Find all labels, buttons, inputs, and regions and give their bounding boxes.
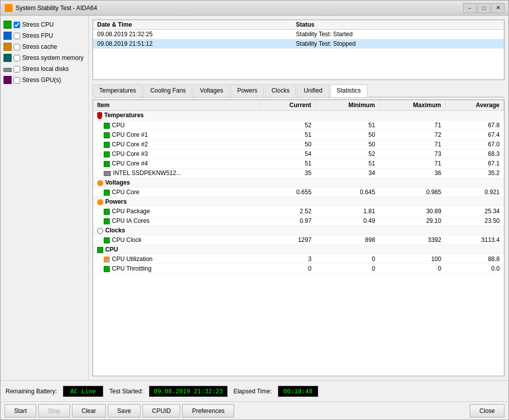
row-icon bbox=[104, 266, 110, 272]
log-status: Stability Test: Stopped bbox=[292, 39, 504, 49]
section-header-temperatures: Temperatures bbox=[93, 111, 504, 121]
log-datetime: 09.08.2019 21:51:12 bbox=[93, 39, 292, 49]
tab-powers[interactable]: Powers bbox=[231, 85, 264, 97]
stress-disk-item: Stress local disks bbox=[4, 64, 85, 74]
svg-marker-0 bbox=[6, 5, 12, 11]
row-icon bbox=[104, 209, 110, 215]
stress-fpu-checkbox[interactable] bbox=[14, 33, 20, 39]
col-minimum: Minimum bbox=[316, 100, 379, 111]
cpu-section-icon bbox=[97, 247, 103, 253]
tab-temperatures[interactable]: Temperatures bbox=[93, 85, 142, 97]
tabs-container: TemperaturesCooling FansVoltagesPowersCl… bbox=[93, 84, 504, 98]
stop-button[interactable]: Stop bbox=[38, 404, 70, 417]
tab-cooling-fans[interactable]: Cooling Fans bbox=[143, 85, 192, 97]
hdd-row-icon bbox=[104, 171, 111, 176]
row-icon bbox=[104, 218, 110, 224]
temp-section-icon bbox=[97, 112, 102, 119]
close-button[interactable]: Close bbox=[470, 404, 504, 417]
col-maximum: Maximum bbox=[379, 100, 445, 111]
data-table-container[interactable]: Item Current Minimum Maximum Average Tem… bbox=[93, 100, 504, 376]
stress-cpu-checkbox[interactable] bbox=[14, 22, 20, 28]
stress-fpu-item: Stress FPU bbox=[4, 31, 85, 41]
elapsed-label: Elapsed Time: bbox=[234, 388, 272, 395]
stress-cache-checkbox[interactable] bbox=[14, 44, 20, 50]
memory-icon bbox=[4, 54, 12, 62]
log-col-datetime: Date & Time bbox=[93, 20, 292, 30]
table-row: CPU Core #1 51 50 72 67.4 bbox=[93, 130, 504, 139]
left-panel: Stress CPU Stress FPU Stress cache Stres… bbox=[1, 16, 89, 380]
save-button[interactable]: Save bbox=[108, 404, 140, 417]
stress-fpu-label: Stress FPU bbox=[22, 32, 53, 39]
stress-disk-checkbox[interactable] bbox=[14, 66, 20, 72]
started-value: 09.08.2019 21:32:23 bbox=[149, 386, 227, 397]
col-current: Current bbox=[260, 100, 316, 111]
log-col-status: Status bbox=[292, 20, 504, 30]
table-row: CPU Core #4 51 51 71 67.1 bbox=[93, 158, 504, 168]
battery-label: Remaining Battery: bbox=[6, 388, 57, 395]
title-bar: System Stability Test - AIDA64 − □ ✕ bbox=[1, 1, 508, 16]
table-row: CPU IA Cores 0.97 0.49 29.10 23.50 bbox=[93, 216, 504, 225]
log-datetime: 09.08.2019 21:32:25 bbox=[93, 30, 292, 39]
preferences-button[interactable]: Preferences bbox=[182, 404, 234, 417]
start-button[interactable]: Start bbox=[5, 404, 36, 417]
section-header-cpu: CPU bbox=[93, 244, 504, 254]
stress-cache-label: Stress cache bbox=[22, 43, 57, 50]
stress-memory-label: Stress system memory bbox=[22, 54, 84, 61]
close-window-button[interactable]: ✕ bbox=[491, 3, 504, 13]
col-average: Average bbox=[445, 100, 503, 111]
table-row: CPU Package 2.52 1.81 30.89 25.34 bbox=[93, 206, 504, 216]
stress-disk-label: Stress local disks bbox=[22, 65, 69, 72]
clear-button[interactable]: Clear bbox=[72, 404, 106, 417]
stress-gpu-checkbox[interactable] bbox=[14, 77, 20, 83]
stress-gpu-label: Stress GPU(s) bbox=[22, 76, 61, 83]
cpu-icon bbox=[4, 21, 12, 29]
elapsed-value: 00:18:48 bbox=[278, 386, 318, 397]
stress-gpu-item: Stress GPU(s) bbox=[4, 75, 85, 85]
powers-section-icon bbox=[97, 199, 103, 205]
stress-memory-item: Stress system memory bbox=[4, 53, 85, 63]
col-item: Item bbox=[93, 100, 260, 111]
section-header-voltages: Voltages bbox=[93, 178, 504, 187]
gpu-icon bbox=[4, 76, 12, 84]
temp-row-icon bbox=[104, 132, 110, 138]
temp-row-icon bbox=[104, 151, 110, 157]
stress-cpu-label: Stress CPU bbox=[22, 21, 54, 28]
temp-row-icon bbox=[104, 123, 110, 129]
battery-value: AC Line bbox=[63, 386, 103, 397]
table-row: CPU Core #3 54 52 73 68.3 bbox=[93, 149, 504, 158]
clocks-section-icon bbox=[97, 228, 103, 234]
table-row: INTEL SSDPEKNW512... 35 34 36 35.2 bbox=[93, 168, 504, 178]
right-panel: Date & Time Status 09.08.2019 21:32:25St… bbox=[89, 16, 508, 380]
disk-icon bbox=[4, 68, 12, 72]
main-content: Stress CPU Stress FPU Stress cache Stres… bbox=[1, 16, 508, 380]
statistics-table: Item Current Minimum Maximum Average Tem… bbox=[93, 100, 504, 274]
row-icon bbox=[104, 237, 110, 243]
started-label: Test Started: bbox=[109, 388, 143, 395]
stress-cpu-item: Stress CPU bbox=[4, 20, 85, 30]
window-title: System Stability Test - AIDA64 bbox=[16, 5, 463, 12]
tab-unified[interactable]: Unified bbox=[297, 85, 329, 97]
table-row: CPU Core 0.655 0.645 0.985 0.921 bbox=[93, 187, 504, 197]
app-icon bbox=[5, 4, 13, 12]
voltages-section-icon bbox=[97, 180, 103, 186]
log-row[interactable]: 09.08.2019 21:32:25Stability Test: Start… bbox=[93, 30, 504, 39]
tabs-row: TemperaturesCooling FansVoltagesPowersCl… bbox=[93, 84, 504, 98]
status-bar: Remaining Battery: AC Line Test Started:… bbox=[1, 380, 508, 401]
tab-statistics[interactable]: Statistics bbox=[330, 85, 368, 97]
log-row[interactable]: 09.08.2019 21:51:12Stability Test: Stopp… bbox=[93, 39, 504, 49]
cpuid-button[interactable]: CPUID bbox=[142, 404, 180, 417]
row-icon bbox=[104, 190, 110, 196]
tab-voltages[interactable]: Voltages bbox=[193, 85, 230, 97]
window-controls: − □ ✕ bbox=[463, 3, 504, 13]
fpu-icon bbox=[4, 32, 12, 40]
temp-row-icon bbox=[104, 142, 110, 148]
table-row: CPU Throttling 0 0 0 0.0 bbox=[93, 264, 504, 273]
stress-memory-checkbox[interactable] bbox=[14, 55, 20, 61]
cache-icon bbox=[4, 43, 12, 51]
stress-cache-item: Stress cache bbox=[4, 42, 85, 52]
table-row: CPU 52 51 71 67.8 bbox=[93, 120, 504, 130]
minimize-button[interactable]: − bbox=[463, 3, 476, 13]
tab-clocks[interactable]: Clocks bbox=[265, 85, 296, 97]
maximize-button[interactable]: □ bbox=[477, 3, 490, 13]
section-header-powers: Powers bbox=[93, 197, 504, 206]
